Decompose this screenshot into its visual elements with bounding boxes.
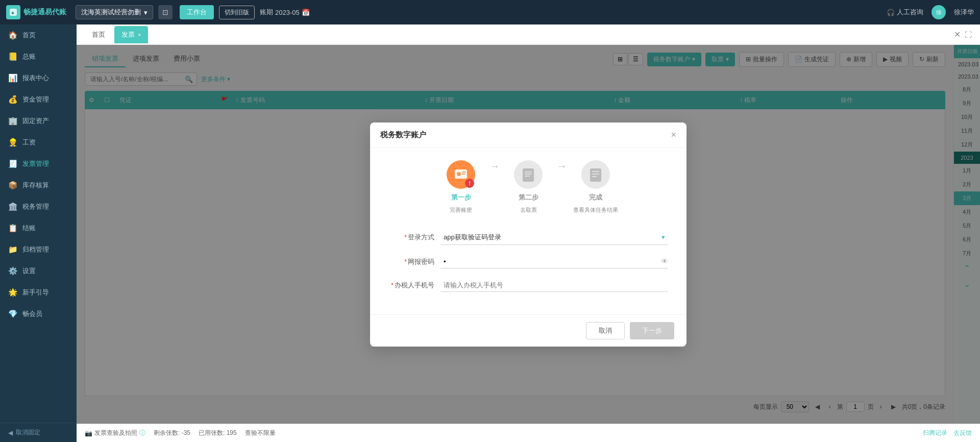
- step-1-desc: 完善账密: [450, 206, 472, 214]
- login-method-row: 登录方式 app获取验证码登录 ▾: [388, 230, 668, 245]
- status-right-links: 扫腾记录 去反馈: [923, 429, 972, 437]
- step-2-icon: [514, 160, 543, 189]
- steps-indicator: ! 第一步 完善账密 →: [388, 160, 668, 214]
- svg-rect-7: [525, 171, 532, 173]
- guide-icon: 🌟: [8, 288, 17, 297]
- remaining-count: 剩余张数: -35: [154, 429, 190, 437]
- scan-records-link[interactable]: 扫腾记录: [923, 429, 947, 437]
- password-label: 网报密码: [388, 257, 434, 266]
- step-1-label: 第一步: [451, 193, 471, 202]
- maximize-window-icon[interactable]: ⛶: [965, 31, 972, 39]
- phone-row: 办税人手机号: [388, 279, 668, 292]
- sidebar-item-guide[interactable]: 🌟 新手引导: [0, 282, 77, 303]
- settings-icon: ⚙️: [8, 266, 17, 276]
- chevron-down-icon: ▾: [144, 9, 148, 16]
- sidebar-item-payroll[interactable]: 👷 工资: [0, 132, 77, 153]
- feedback-link[interactable]: 去反馈: [953, 429, 972, 437]
- svg-point-3: [457, 172, 461, 176]
- password-input[interactable]: [440, 255, 661, 268]
- svg-text:✦: ✦: [11, 11, 15, 16]
- member-icon: 💎: [8, 309, 17, 318]
- phone-input[interactable]: [440, 279, 668, 292]
- step-3-label: 完成: [589, 193, 602, 202]
- sidebar: 🏠 首页 📒 总账 📊 报表中心 💰 资金管理 🏢 固定资产 👷 工资: [0, 24, 77, 442]
- switch-version-button[interactable]: 切到旧版: [219, 6, 255, 19]
- app-logo: ✦ 畅捷通易代账: [6, 5, 66, 19]
- step-1-badge: !: [465, 179, 474, 188]
- unpin-sidebar-button[interactable]: ◀ 取消固定: [0, 423, 77, 442]
- svg-rect-9: [525, 176, 530, 177]
- workbench-button[interactable]: 工作台: [180, 5, 214, 19]
- sidebar-item-member[interactable]: 💎 畅会员: [0, 303, 77, 325]
- modal-close-button[interactable]: ×: [671, 130, 676, 140]
- user-avatar-icon: 徐: [932, 5, 946, 19]
- info-icon: ⓘ: [139, 429, 145, 437]
- tab-home[interactable]: 首页: [85, 26, 112, 43]
- step-2-label: 第二步: [519, 193, 538, 202]
- invoice-check-link[interactable]: 📷 发票查验及拍照 ⓘ: [85, 429, 145, 437]
- company-selector[interactable]: 沈海英测试经营勿删 ▾: [76, 5, 153, 19]
- phone-label: 办税人手机号: [388, 281, 434, 290]
- ledger-icon: 📒: [8, 52, 17, 61]
- sidebar-item-invoice[interactable]: 🧾 发票管理: [0, 153, 77, 175]
- sidebar-item-home[interactable]: 🏠 首页: [0, 24, 77, 46]
- tab-invoice[interactable]: 发票 ×: [114, 26, 148, 43]
- modal-overlay: 税务数字账户 ×: [77, 45, 980, 424]
- sidebar-item-archive[interactable]: 📁 归档管理: [0, 239, 77, 260]
- sidebar-item-ledger[interactable]: 📒 总账: [0, 46, 77, 67]
- inventory-icon: 📦: [8, 181, 17, 190]
- unchecked-label: 查验不限量: [245, 429, 276, 437]
- reports-icon: 📊: [8, 73, 17, 83]
- payroll-icon: 👷: [8, 138, 17, 147]
- tab-bar: 首页 发票 × ✕ ⛶: [77, 24, 980, 45]
- tax-digital-account-modal: 税务数字账户 ×: [370, 122, 687, 347]
- tax-icon: 🏛️: [8, 202, 17, 211]
- close-window-icon[interactable]: ✕: [954, 30, 961, 39]
- used-count: 已用张数: 195: [199, 429, 237, 437]
- assets-icon: 🏢: [8, 116, 17, 126]
- username-label: 徐泽华: [954, 8, 974, 17]
- step-3-desc: 查看具体任务结果: [573, 206, 618, 214]
- modal-footer: 取消 下一步: [370, 314, 687, 347]
- tab-close-icon[interactable]: ×: [138, 32, 141, 38]
- support-link[interactable]: 🎧 人工咨询: [887, 8, 923, 17]
- top-right-area: 🎧 人工咨询 徐 徐泽华: [887, 5, 974, 19]
- sidebar-item-assets[interactable]: 🏢 固定资产: [0, 110, 77, 132]
- login-method-select[interactable]: app获取验证码登录 ▾: [440, 230, 668, 245]
- step-3: 完成 查看具体任务结果: [570, 160, 621, 214]
- calendar-icon[interactable]: 📅: [302, 9, 310, 16]
- step-1-icon: !: [447, 160, 475, 189]
- top-bar: ✦ 畅捷通易代账 沈海英测试经营勿删 ▾ ⊡ 工作台 切到旧版 账期 2023-…: [0, 0, 980, 24]
- company-settings-icon[interactable]: ⊡: [158, 5, 173, 19]
- svg-rect-4: [462, 171, 466, 173]
- step-arrow-1: →: [489, 160, 500, 186]
- sidebar-item-funds[interactable]: 💰 资金管理: [0, 89, 77, 110]
- invoice-icon: 🧾: [8, 159, 17, 168]
- select-chevron-icon: ▾: [662, 233, 665, 241]
- home-icon: 🏠: [8, 31, 17, 40]
- funds-icon: 💰: [8, 95, 17, 104]
- svg-rect-8: [525, 174, 532, 175]
- sidebar-item-reports[interactable]: 📊 报表中心: [0, 67, 77, 89]
- sidebar-item-settings[interactable]: ⚙️ 设置: [0, 260, 77, 282]
- cancel-button[interactable]: 取消: [586, 322, 625, 339]
- modal-header: 税务数字账户 ×: [370, 122, 687, 148]
- password-input-wrapper: 👁: [440, 255, 668, 268]
- modal-body: ! 第一步 完善账密 →: [370, 148, 687, 314]
- settle-icon: 📋: [8, 224, 17, 233]
- status-bar: 📷 发票查验及拍照 ⓘ 剩余张数: -35 已用张数: 195 查验不限量 扫腾…: [77, 424, 980, 442]
- sidebar-item-settle[interactable]: 📋 结账: [0, 217, 77, 239]
- step-1: ! 第一步 完善账密: [435, 160, 486, 214]
- sidebar-item-tax[interactable]: 🏛️ 税务管理: [0, 196, 77, 217]
- content-area: 首页 发票 × ✕ ⛶: [77, 24, 980, 442]
- next-step-button[interactable]: 下一步: [630, 322, 674, 339]
- toggle-password-icon[interactable]: 👁: [661, 257, 668, 265]
- period-info: 账期 2023-05 📅: [260, 8, 310, 17]
- check-icon: 📷: [85, 430, 92, 437]
- sidebar-item-inventory[interactable]: 📦 库存核算: [0, 175, 77, 196]
- logo-icon: ✦: [6, 5, 20, 19]
- svg-rect-10: [590, 168, 601, 182]
- archive-icon: 📁: [8, 245, 17, 254]
- svg-rect-5: [462, 174, 465, 175]
- step-arrow-2: →: [557, 160, 567, 186]
